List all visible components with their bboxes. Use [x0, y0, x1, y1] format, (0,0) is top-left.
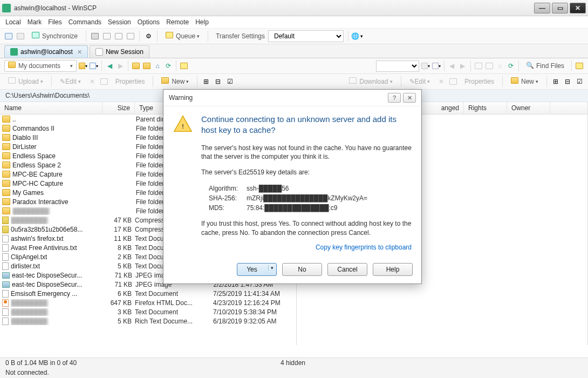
dialog-msg3: If you trust this host, press Yes. To co…: [201, 219, 412, 238]
no-button[interactable]: No: [282, 263, 322, 276]
cancel-button[interactable]: Cancel: [327, 263, 367, 276]
alg-value: ssh-█████56: [247, 184, 289, 193]
dialog-buttons: Yes No Cancel Help: [163, 259, 421, 284]
dialog-overlay: Warning ? ✕ ! Continue connecting to an …: [0, 0, 588, 378]
md5-label: MD5:: [209, 203, 247, 213]
dialog-help-button[interactable]: ?: [388, 93, 401, 103]
dialog-msg2: The server's Ed25519 key details are:: [201, 168, 412, 177]
warning-dialog: Warning ? ✕ ! Continue connecting to an …: [163, 89, 422, 284]
dialog-msg1: The server's host key was not found in t…: [201, 144, 412, 162]
sha-label: SHA-256:: [209, 193, 247, 203]
key-details: Algorithm:ssh-█████56 SHA-256:mZRji█████…: [209, 184, 412, 213]
warning-icon: !: [173, 114, 193, 133]
dialog-close-button[interactable]: ✕: [403, 93, 416, 103]
dialog-title: Warning: [169, 94, 386, 102]
help-button[interactable]: Help: [373, 263, 413, 276]
svg-text:!: !: [182, 123, 184, 130]
sha-value: mZRji██████████████kZMyKw2yA=: [247, 193, 367, 203]
dialog-titlebar: Warning ? ✕: [163, 90, 421, 106]
dialog-heading: Continue connecting to an unknown server…: [201, 114, 412, 136]
md5-value: 75:84:██████████████:c9: [247, 203, 337, 213]
copy-fingerprints-link[interactable]: Copy key fingerprints to clipboard: [201, 244, 412, 251]
alg-label: Algorithm:: [209, 184, 247, 193]
yes-button[interactable]: Yes: [237, 263, 277, 276]
